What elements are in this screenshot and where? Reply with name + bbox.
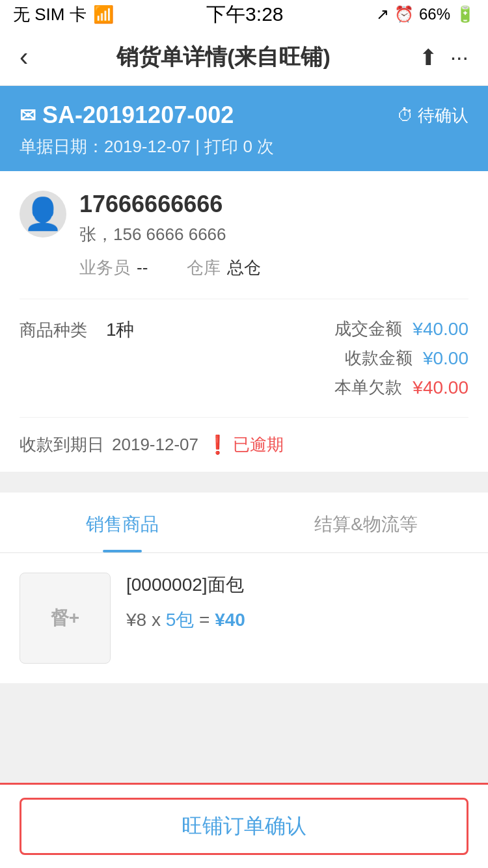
- deal-amount-value: ¥40.00: [413, 319, 468, 340]
- customer-name: 张，156 6666 6666: [79, 223, 468, 246]
- owed-amount-label: 本单欠款: [334, 376, 402, 399]
- received-amount-row: 收款金额 ¥0.00: [334, 347, 468, 370]
- received-amount-value: ¥0.00: [423, 348, 468, 369]
- share-button[interactable]: ⬆: [419, 44, 437, 70]
- avatar: 👤: [20, 191, 66, 237]
- product-types-label: 商品种类: [20, 320, 87, 340]
- salesperson-meta: 业务员 --: [79, 256, 148, 279]
- nav-actions: ⬆ ···: [419, 44, 468, 70]
- nav-bar: ‹ 销货单详情(来自旺铺) ⬆ ···: [0, 29, 488, 86]
- due-date-value: 2019-12-07: [112, 435, 198, 455]
- customer-phone: 17666666666: [79, 191, 468, 218]
- product-info: [0000002]面包 ¥8 x 5包 = ¥40: [126, 573, 468, 632]
- time-display: 下午3:28: [206, 1, 283, 28]
- product-logo: 督+: [51, 606, 79, 631]
- product-item: 督+ [0000002]面包 ¥8 x 5包 = ¥40: [0, 553, 488, 683]
- page-title: 销货单详情(来自旺铺): [116, 42, 331, 72]
- sim-status: 无 SIM 卡: [13, 3, 87, 26]
- tab-sales-products[interactable]: 销售商品: [0, 493, 244, 552]
- status-left: 无 SIM 卡 📶: [13, 3, 114, 26]
- product-types-value: 1种: [106, 319, 135, 340]
- order-id: ✉ SA-20191207-002: [20, 102, 234, 129]
- header-card: ✉ SA-20191207-002 ⏱ 待确认 单据日期：2019-12-07 …: [0, 86, 488, 171]
- product-equals: =: [199, 610, 210, 630]
- customer-meta: 业务员 -- 仓库 总仓: [79, 256, 468, 279]
- order-status: ⏱ 待确认: [397, 104, 468, 127]
- status-clock-icon: ⏱: [397, 105, 414, 126]
- tab-bar: 销售商品 结算&物流等: [0, 493, 488, 553]
- order-date-meta: 单据日期：2019-12-07 | 打印 0 次: [20, 135, 468, 158]
- overdue-icon: ❗: [206, 434, 229, 455]
- confirm-btn-container: 旺铺订单确认: [0, 783, 488, 868]
- battery-level: 66%: [419, 5, 450, 23]
- warehouse-value: 总仓: [227, 256, 261, 279]
- battery-icon: 🔋: [455, 5, 475, 23]
- product-types: 商品种类 1种: [20, 318, 134, 342]
- salesperson-value: --: [137, 258, 148, 278]
- due-date-label: 收款到期日: [20, 433, 104, 456]
- order-icon: ✉: [20, 104, 36, 127]
- product-price: ¥8 x 5包 = ¥40: [126, 608, 468, 632]
- product-unit-price: ¥8: [126, 610, 146, 630]
- tab-settlement-logistics[interactable]: 结算&物流等: [244, 493, 488, 552]
- avatar-icon: 👤: [23, 196, 62, 232]
- overdue-badge: ❗ 已逾期: [206, 433, 284, 456]
- salesperson-label: 业务员: [79, 256, 130, 279]
- warehouse-label: 仓库: [187, 256, 221, 279]
- product-name: [0000002]面包: [126, 573, 468, 597]
- overdue-text: 已逾期: [233, 433, 284, 456]
- due-date-section: 收款到期日 2019-12-07 ❗ 已逾期: [0, 418, 488, 472]
- deal-amount-row: 成交金额 ¥40.00: [334, 318, 468, 340]
- wifi-icon: 📶: [93, 5, 114, 25]
- owed-amount-row: 本单欠款 ¥40.00: [334, 376, 468, 399]
- customer-section: 👤 17666666666 张，156 6666 6666 业务员 -- 仓库 …: [0, 171, 488, 299]
- location-icon: ↗: [376, 5, 389, 23]
- customer-info: 17666666666 张，156 6666 6666 业务员 -- 仓库 总仓: [79, 191, 468, 279]
- status-right: ↗ ⏰ 66% 🔋: [376, 5, 475, 23]
- status-bar: 无 SIM 卡 📶 下午3:28 ↗ ⏰ 66% 🔋: [0, 0, 488, 29]
- owed-amount-value: ¥40.00: [413, 377, 468, 398]
- product-qty: 5包: [166, 610, 195, 630]
- received-amount-label: 收款金额: [345, 347, 413, 370]
- warehouse-meta: 仓库 总仓: [187, 256, 261, 279]
- product-total: ¥40: [215, 610, 245, 630]
- section-divider: [0, 482, 488, 493]
- deal-amount-label: 成交金额: [334, 318, 402, 340]
- back-button[interactable]: ‹: [20, 42, 28, 72]
- amounts-summary: 成交金额 ¥40.00 收款金额 ¥0.00 本单欠款 ¥40.00: [334, 318, 468, 399]
- summary-section: 商品种类 1种 成交金额 ¥40.00 收款金额 ¥0.00 本单欠款 ¥40.…: [0, 299, 488, 417]
- product-image: 督+: [20, 573, 111, 664]
- alarm-icon: ⏰: [394, 5, 414, 23]
- confirm-order-button[interactable]: 旺铺订单确认: [20, 798, 468, 855]
- more-button[interactable]: ···: [450, 44, 468, 70]
